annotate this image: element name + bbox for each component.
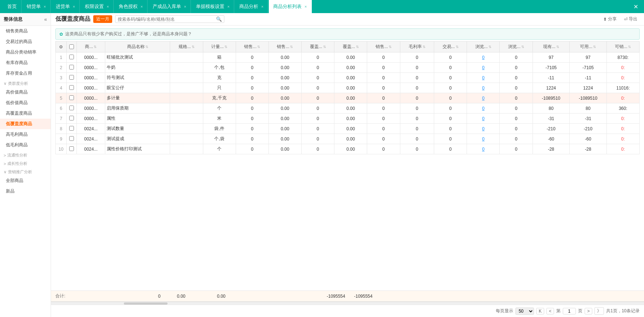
close-window-button[interactable]: ✕ bbox=[631, 3, 641, 10]
nav-role-auth[interactable]: 角色授权 × bbox=[114, 0, 148, 13]
browse1-column-header[interactable]: 浏览... ⇅ bbox=[467, 41, 500, 52]
prev-page-button[interactable]: < bbox=[546, 308, 554, 314]
settings-column-header[interactable]: ⚙ bbox=[56, 41, 67, 52]
row-checkbox[interactable] bbox=[67, 114, 77, 124]
select-all-checkbox[interactable] bbox=[69, 44, 74, 49]
sidebar-item-sales-goods[interactable]: 销售类商品 bbox=[0, 26, 51, 36]
nav-permission-settings[interactable]: 权限设置 × bbox=[80, 0, 114, 13]
row-browse2: 0 bbox=[500, 63, 533, 73]
sidebar-item-low-value[interactable]: 低价值商品 bbox=[0, 98, 51, 108]
close-doc-template-icon[interactable]: × bbox=[227, 4, 229, 9]
export-button[interactable]: ⏎ 导出 bbox=[622, 15, 640, 23]
row-checkbox[interactable] bbox=[67, 83, 77, 93]
row-browse1[interactable]: 0 bbox=[467, 63, 500, 73]
time-filter-button[interactable]: 近一月 bbox=[93, 15, 112, 23]
close-permission-icon[interactable]: × bbox=[107, 4, 109, 9]
next-page-button[interactable]: > bbox=[585, 308, 592, 314]
row-browse1[interactable]: 0 bbox=[467, 52, 500, 63]
current-column-header[interactable]: 现有... ⇅ bbox=[533, 41, 570, 52]
row-checkbox[interactable] bbox=[67, 103, 77, 114]
code-column-header[interactable]: 商... ⇅ bbox=[77, 41, 105, 52]
sidebar-item-low-margin[interactable]: 低毛利商品 bbox=[0, 140, 51, 150]
cov1-column-header[interactable]: 覆盖... ⇅ bbox=[302, 41, 334, 52]
sidebar-item-high-coverage[interactable]: 高覆盖度商品 bbox=[0, 108, 51, 119]
row-spec bbox=[170, 83, 203, 93]
close-product-analysis-icon[interactable]: × bbox=[261, 4, 263, 9]
sidebar-group-liquidity[interactable]: > 流通性分析 bbox=[0, 150, 51, 159]
content-area: 低覆盖度商品 近一月 🔍 ⬆ 分享 ⏎ 导出 ✿ 这类商品只有很少客户购买过，是… bbox=[51, 13, 644, 317]
sidebar-item-category-rate[interactable]: 商品分类动销率 bbox=[0, 47, 51, 58]
unit-column-header[interactable]: 计量... ⇅ bbox=[203, 41, 236, 52]
gross-margin-column-header[interactable]: 毛利率 ⇅ bbox=[400, 41, 434, 52]
sidebar-group-marketing[interactable]: ∨ 营销推广分析 bbox=[0, 167, 51, 175]
close-role-auth-icon[interactable]: × bbox=[141, 4, 143, 9]
row-browse1[interactable]: 0 bbox=[467, 124, 500, 134]
page-number-input[interactable] bbox=[563, 308, 576, 314]
row-browse1[interactable]: 0 bbox=[467, 134, 500, 144]
close-product-warehouse-icon[interactable]: × bbox=[184, 4, 186, 9]
search-input[interactable] bbox=[118, 17, 215, 22]
row-name: 眼宝公仔 bbox=[105, 83, 170, 93]
sidebar-item-high-margin[interactable]: 高毛利商品 bbox=[0, 129, 51, 140]
sidebar-item-stock-fund[interactable]: 库存资金占用 bbox=[0, 68, 51, 79]
nav-sales-order[interactable]: 销货单 × bbox=[22, 0, 51, 13]
row-checkbox[interactable] bbox=[67, 144, 77, 154]
sales3-column-header[interactable]: 销售... ⇅ bbox=[367, 41, 400, 52]
collapse-arrow-icon: ∨ bbox=[4, 81, 7, 86]
cov2-column-header[interactable]: 覆盖... ⇅ bbox=[334, 41, 367, 52]
sidebar-item-in-stock[interactable]: 有库存商品 bbox=[0, 58, 51, 68]
row-checkbox[interactable] bbox=[67, 124, 77, 134]
row-cov2: 0.00 bbox=[334, 144, 367, 154]
row-checkbox[interactable] bbox=[67, 73, 77, 83]
sidebar-collapse-button[interactable]: « bbox=[44, 16, 47, 22]
row-number: 5 bbox=[56, 93, 67, 103]
close-analysis-list-icon[interactable]: × bbox=[305, 4, 307, 9]
sidebar-item-new-goods[interactable]: 新品 bbox=[0, 186, 51, 197]
sidebar-item-high-value[interactable]: 高价值商品 bbox=[0, 87, 51, 98]
horizontal-scrollbar[interactable] bbox=[51, 302, 644, 305]
close-sales-order-icon[interactable]: × bbox=[44, 4, 46, 9]
nav-product-analysis-list[interactable]: 商品分析列表 × bbox=[269, 0, 311, 13]
sidebar-item-low-coverage[interactable]: 低覆盖度商品 bbox=[0, 119, 51, 129]
sidebar-group-growth[interactable]: > 成长性分析 bbox=[0, 159, 51, 167]
data-table: ⚙ 商... ⇅ 商品名称 ⇅ 规格... ⇅ 计量... ⇅ 销售... ⇅ … bbox=[55, 41, 640, 154]
nav-product-analysis[interactable]: 商品分析 × bbox=[235, 0, 268, 13]
row-browse1[interactable]: 0 bbox=[467, 103, 500, 114]
share-button[interactable]: ⬆ 分享 bbox=[601, 15, 619, 23]
row-checkbox[interactable] bbox=[67, 134, 77, 144]
last-page-button[interactable]: 》 bbox=[594, 307, 604, 315]
spec-column-header[interactable]: 规格... ⇅ bbox=[170, 41, 203, 52]
name-column-header[interactable]: 商品名称 ⇅ bbox=[105, 41, 170, 52]
row-checkbox[interactable] bbox=[67, 52, 77, 63]
nav-product-warehouse[interactable]: 产成品入库单 × bbox=[148, 0, 191, 13]
per-page-select[interactable]: 50 100 200 bbox=[515, 308, 534, 315]
sales-qty-column-header[interactable]: 销售... ⇅ bbox=[236, 41, 268, 52]
row-browse1[interactable]: 0 bbox=[467, 93, 500, 103]
row-browse1[interactable]: 0 bbox=[467, 83, 500, 93]
nav-home[interactable]: 首页 bbox=[3, 0, 21, 13]
row-transaction: 0 bbox=[434, 103, 467, 114]
checkbox-column-header[interactable] bbox=[67, 41, 77, 52]
row-cov1: 0 bbox=[302, 124, 334, 134]
row-browse1[interactable]: 0 bbox=[467, 114, 500, 124]
row-checkbox[interactable] bbox=[67, 93, 77, 103]
main-layout: 整体信息 « 销售类商品 交易过的商品 商品分类动销率 有库存商品 库存资金占用… bbox=[0, 13, 644, 317]
nav-purchase-order[interactable]: 进货单 × bbox=[51, 0, 80, 13]
first-page-button[interactable]: K bbox=[536, 308, 544, 314]
available-column-header[interactable]: 可用... ⇅ bbox=[570, 41, 607, 52]
transaction-column-header[interactable]: 交易... ⇅ bbox=[434, 41, 467, 52]
saleable-column-header[interactable]: 可销... ⇅ bbox=[606, 41, 639, 52]
nav-doc-template[interactable]: 单据模板设置 × bbox=[192, 0, 234, 13]
row-available: 1224 bbox=[570, 83, 607, 93]
row-spec bbox=[170, 93, 203, 103]
row-checkbox[interactable] bbox=[67, 63, 77, 73]
browse2-column-header[interactable]: 浏览... ⇅ bbox=[500, 41, 533, 52]
sales-amt-column-header[interactable]: 销售... ⇅ bbox=[268, 41, 301, 52]
sidebar-item-all-goods[interactable]: 全部商品 bbox=[0, 175, 51, 186]
data-table-container[interactable]: ⚙ 商... ⇅ 商品名称 ⇅ 规格... ⇅ 计量... ⇅ 销售... ⇅ … bbox=[55, 41, 640, 290]
sidebar-group-value-analysis[interactable]: ∨ 类群度分析 bbox=[0, 79, 51, 87]
row-browse1[interactable]: 0 bbox=[467, 73, 500, 83]
close-purchase-order-icon[interactable]: × bbox=[73, 4, 75, 9]
row-browse1[interactable]: 0 bbox=[467, 144, 500, 154]
sidebar-item-traded-goods[interactable]: 交易过的商品 bbox=[0, 36, 51, 47]
